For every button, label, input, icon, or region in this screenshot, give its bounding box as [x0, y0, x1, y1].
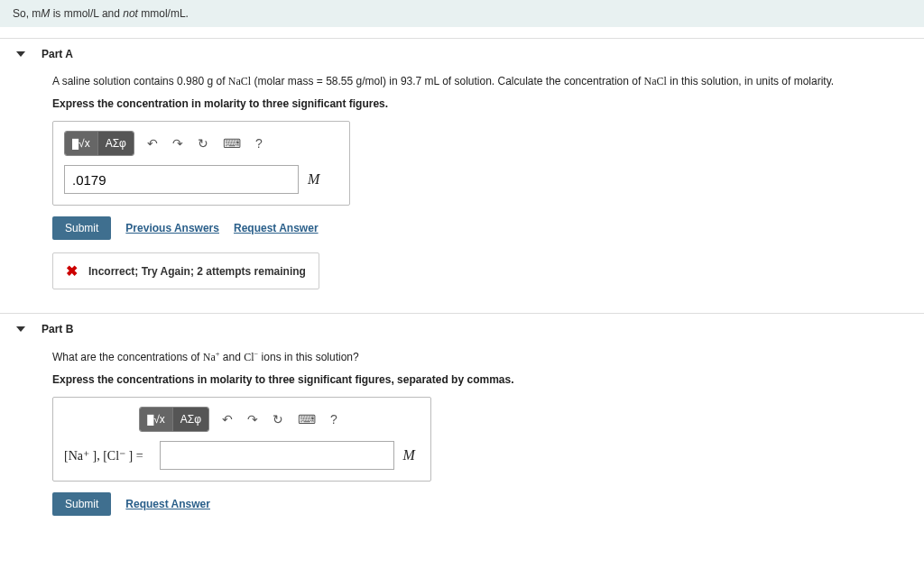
note-var: M: [41, 7, 50, 20]
previous-answers-link[interactable]: Previous Answers: [125, 222, 219, 234]
feedback-text: Incorrect; Try Again; 2 attempts remaini…: [88, 265, 306, 278]
equation-toolbar: █ √x ΑΣφ ↶ ↷ ↻ ⌨ ?: [64, 131, 338, 156]
part-b-answer-input[interactable]: [160, 441, 394, 470]
redo-button[interactable]: ↷: [240, 408, 265, 431]
reset-button[interactable]: ↻: [265, 408, 291, 431]
intro-note: So, mM is mmol/L and not mmol/mL.: [0, 0, 924, 27]
greek-symbols-button[interactable]: ΑΣφ: [97, 132, 134, 155]
part-b: Part B What are the concentrations of Na…: [0, 313, 924, 528]
part-b-title: Part B: [42, 323, 73, 335]
note-prefix: So, m: [13, 7, 41, 20]
note-emph: not: [123, 7, 138, 20]
chevron-down-icon: [16, 326, 25, 332]
part-a-answer-input[interactable]: [64, 165, 299, 194]
math-template-button[interactable]: █ √x: [65, 132, 97, 155]
part-a-instruction: Express the concentration in molarity to…: [52, 97, 906, 110]
equation-toolbar: █ √x ΑΣφ ↶ ↷ ↻ ⌨ ?: [139, 407, 345, 432]
part-a-answer-box: █ √x ΑΣφ ↶ ↷ ↻ ⌨ ? M: [52, 121, 350, 206]
part-b-unit: M: [403, 447, 415, 463]
keyboard-button[interactable]: ⌨: [291, 408, 323, 431]
help-button[interactable]: ?: [248, 132, 270, 155]
request-answer-link[interactable]: Request Answer: [125, 498, 210, 510]
request-answer-link[interactable]: Request Answer: [234, 222, 319, 234]
keyboard-button[interactable]: ⌨: [216, 132, 248, 155]
part-b-question: What are the concentrations of Na+ and C…: [52, 348, 906, 366]
chevron-down-icon: [16, 51, 25, 57]
note-t1: is mmol/L and: [50, 7, 123, 20]
incorrect-icon: ✖: [66, 262, 78, 280]
part-b-answer-box: █ √x ΑΣφ ↶ ↷ ↻ ⌨ ? [Na⁺ ], [Cl⁻ ] = M: [52, 397, 431, 482]
part-a-feedback: ✖ Incorrect; Try Again; 2 attempts remai…: [52, 252, 319, 289]
part-b-label: [Na⁺ ], [Cl⁻ ] =: [64, 448, 143, 463]
part-a-submit-button[interactable]: Submit: [52, 216, 111, 240]
undo-button[interactable]: ↶: [140, 132, 165, 155]
greek-symbols-button[interactable]: ΑΣφ: [172, 408, 208, 431]
part-a: Part A A saline solution contains 0.980 …: [0, 38, 924, 302]
part-b-header[interactable]: Part B: [16, 323, 924, 335]
reset-button[interactable]: ↻: [190, 132, 216, 155]
part-a-header[interactable]: Part A: [16, 48, 924, 60]
redo-button[interactable]: ↷: [165, 132, 190, 155]
note-t2: mmol/mL.: [138, 7, 189, 20]
part-a-question: A saline solution contains 0.980 g of Na…: [52, 73, 906, 90]
part-b-submit-button[interactable]: Submit: [52, 492, 111, 516]
help-button[interactable]: ?: [323, 408, 345, 431]
undo-button[interactable]: ↶: [215, 408, 240, 431]
part-a-unit: M: [308, 171, 319, 188]
part-b-instruction: Express the concentrations in molarity t…: [52, 373, 906, 386]
part-a-title: Part A: [42, 48, 73, 60]
math-template-button[interactable]: █ √x: [140, 408, 172, 431]
